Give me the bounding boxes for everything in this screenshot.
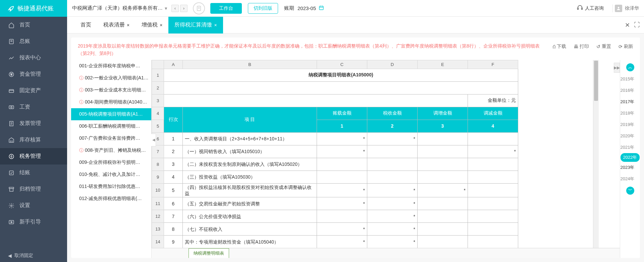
year-item[interactable]: 2015年 xyxy=(621,73,640,85)
row-head[interactable]: 11 xyxy=(152,197,164,210)
sidebar-item-money[interactable]: ¥资金管理 xyxy=(0,66,67,82)
value-cell[interactable] xyxy=(468,197,518,210)
sidebar-item-archive[interactable]: 归档管理 xyxy=(0,181,67,197)
sidebar-item-stock[interactable]: 库存核算 xyxy=(0,132,67,148)
close-icon[interactable]: × xyxy=(214,22,217,28)
row-head[interactable]: 7 xyxy=(152,145,164,158)
col-head[interactable]: A xyxy=(164,60,183,69)
print-button[interactable]: 🖶打印 xyxy=(574,44,589,50)
sidebar-item-tax[interactable]: 税务管理 xyxy=(0,148,67,165)
project-cell[interactable]: （六）公允价值变动净损益 xyxy=(183,210,317,223)
sidebar-item-gear[interactable]: 设置 xyxy=(0,197,67,214)
value-cell[interactable]: * xyxy=(317,236,367,248)
col-head[interactable]: C xyxy=(317,60,367,69)
vertical-scrollbar[interactable] xyxy=(593,60,599,248)
year-item[interactable]: 2016年 xyxy=(621,85,640,96)
value-cell[interactable] xyxy=(317,210,367,223)
tab[interactable]: 增值税× xyxy=(136,17,168,34)
sheet-tab[interactable]: 纳税调整明细表 xyxy=(189,248,229,258)
next-button[interactable]: › xyxy=(180,5,187,12)
spreadsheet[interactable]: ABCDEF1纳税调整项目明细表(A105000)23金额单位：元4行次项 目账… xyxy=(152,60,620,248)
value-cell[interactable] xyxy=(317,171,367,183)
form-list-item[interactable]: ⓘ008-资产折旧、摊销及纳税… xyxy=(71,144,151,156)
year-up[interactable]: ︽ xyxy=(626,63,634,71)
value-cell[interactable] xyxy=(367,158,418,171)
tab[interactable]: 所得税汇算清缴× xyxy=(168,17,223,34)
form-list-item[interactable]: 007-广告费和业务宣传费跨… xyxy=(71,132,151,144)
row-head[interactable]: 5 xyxy=(152,120,164,132)
close-all-tabs[interactable]: ✕ xyxy=(625,21,630,29)
value-cell[interactable] xyxy=(468,132,518,145)
seq-cell[interactable]: 4 xyxy=(164,171,183,183)
year-item[interactable]: 2020年 xyxy=(621,130,640,142)
seq-cell[interactable]: 9 xyxy=(164,236,183,248)
value-cell[interactable]: * xyxy=(367,223,418,236)
row-head[interactable]: 1 xyxy=(152,69,164,81)
form-list-item[interactable]: ⓘ003-一般企业成本支出明细… xyxy=(71,84,151,96)
unpin-button[interactable]: ◀ 取消固定 xyxy=(0,249,67,262)
seq-cell[interactable]: 2 xyxy=(164,145,183,158)
form-list-item[interactable]: 009-企业所得税弥补亏损明… xyxy=(71,156,151,169)
year-down[interactable]: ︾ xyxy=(626,187,634,195)
reset-button[interactable]: ↺重置 xyxy=(596,44,611,50)
project-cell[interactable]: （三）投资收益（填写A105030） xyxy=(183,171,317,183)
value-cell[interactable]: * xyxy=(367,210,418,223)
workspace-button[interactable]: 工作台 xyxy=(210,3,242,14)
value-cell[interactable] xyxy=(468,183,518,197)
value-cell[interactable]: * xyxy=(367,236,418,248)
value-cell[interactable] xyxy=(418,236,468,248)
value-cell[interactable]: * xyxy=(317,132,367,145)
seq-cell[interactable]: 8 xyxy=(164,223,183,236)
old-version-button[interactable]: 切到旧版 xyxy=(248,3,278,14)
project-cell[interactable]: 其中：专项用途财政性资金（填写A105040） xyxy=(183,236,317,248)
project-cell[interactable]: （一）视同销售收入（填写A105010） xyxy=(183,145,317,158)
prev-button[interactable]: ‹ xyxy=(171,5,179,12)
value-cell[interactable] xyxy=(418,145,468,158)
row-head[interactable]: 12 xyxy=(152,210,164,223)
sidebar-item-asset[interactable]: 固定资产 xyxy=(0,82,67,99)
col-head[interactable]: E xyxy=(418,60,468,69)
row-head[interactable]: 10 xyxy=(152,183,164,197)
seq-cell[interactable]: 6 xyxy=(164,197,183,210)
value-cell[interactable] xyxy=(468,171,518,183)
value-cell[interactable] xyxy=(418,158,468,171)
doc-icon-button[interactable] xyxy=(193,2,205,14)
sidebar-item-invoice[interactable]: 发票管理 xyxy=(0,115,67,132)
period-value[interactable]: 2023-05 xyxy=(298,5,316,11)
value-cell[interactable] xyxy=(418,197,468,210)
value-cell[interactable]: * xyxy=(367,183,418,197)
year-item[interactable]: 2018年 xyxy=(621,108,640,119)
tab[interactable]: 首页 xyxy=(74,17,97,34)
sidebar-item-home[interactable]: 首页 xyxy=(0,17,67,33)
calendar-icon[interactable] xyxy=(319,5,324,11)
seq-cell[interactable]: 1 xyxy=(164,132,183,145)
row-head[interactable]: 2 xyxy=(152,81,164,94)
value-cell[interactable] xyxy=(418,171,468,183)
year-item[interactable]: 2017年 xyxy=(621,96,640,108)
sidebar-item-chart[interactable]: 报表中心 xyxy=(0,50,67,66)
user-menu[interactable]: 徐泽华 xyxy=(615,5,639,12)
year-item[interactable]: 2022年 xyxy=(621,153,640,162)
form-list-item[interactable]: ⓘ002-一般企业收入明细表(A1… xyxy=(71,72,151,84)
row-head[interactable]: 9 xyxy=(152,171,164,183)
col-head[interactable]: D xyxy=(367,60,418,69)
value-cell[interactable] xyxy=(468,236,518,248)
close-icon[interactable]: × xyxy=(160,22,162,28)
form-list-item[interactable]: 010-免税、减计收入及加计… xyxy=(71,169,151,181)
expand-tabs[interactable]: ⛶ xyxy=(634,21,640,28)
sidebar-item-guide[interactable]: 新手引导 xyxy=(0,214,67,230)
project-cell[interactable]: （五）交易性金融资产初始投资调整 xyxy=(183,197,317,210)
value-cell[interactable]: * xyxy=(468,145,518,158)
sidebar-item-close[interactable]: 结账 xyxy=(0,165,67,181)
row-head[interactable]: 4 xyxy=(152,107,164,120)
value-cell[interactable] xyxy=(468,158,518,171)
sidebar-item-ledger[interactable]: 总账 xyxy=(0,33,67,50)
year-item[interactable]: 2021年 xyxy=(621,142,640,153)
value-cell[interactable]: * xyxy=(367,132,418,145)
value-cell[interactable]: * xyxy=(317,145,367,158)
row-head[interactable]: 8 xyxy=(152,158,164,171)
form-list-item[interactable]: 012-减免所得税优惠明细表(… xyxy=(71,193,151,205)
year-item[interactable]: 2024年 xyxy=(621,173,640,185)
value-cell[interactable] xyxy=(468,210,518,223)
col-head[interactable]: F xyxy=(468,60,518,69)
